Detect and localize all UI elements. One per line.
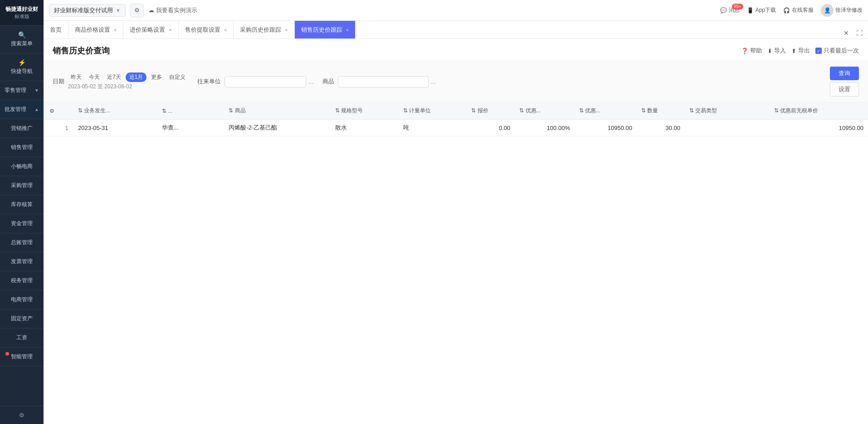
search-icon: 🔍 <box>18 31 26 39</box>
tab-close-icon[interactable]: × <box>224 27 227 33</box>
tab-sales-history[interactable]: 销售历史价跟踪 × <box>295 21 356 39</box>
avatar: 👤 <box>821 4 834 17</box>
export-icon: ⬆ <box>791 48 796 54</box>
support-button[interactable]: 🎧 在线客服 <box>783 6 814 14</box>
sidebar-item-ecommerce-small[interactable]: 小畅电商 <box>0 157 44 176</box>
th-unit[interactable]: ⇅ 计量单位 <box>399 102 467 120</box>
date-range-display: 2023-05-02 至 2023-06-02 <box>68 83 188 91</box>
th-trade-type[interactable]: ⇅ 交易类型 <box>685 102 753 120</box>
query-button[interactable]: 查询 <box>830 67 859 80</box>
th-settings[interactable]: ⚙ <box>44 102 60 120</box>
product-input[interactable] <box>338 76 429 87</box>
support-label: 在线客服 <box>792 6 814 14</box>
message-button[interactable]: 💬 消息 99+ <box>720 6 740 14</box>
sidebar-item-label: 电商管理 <box>11 296 33 304</box>
demo-link[interactable]: ☁ 我要看实例演示 <box>148 6 197 14</box>
th-extra[interactable]: ⇅ ... <box>157 102 224 120</box>
table-row: 1 2023-05-31 华查... 丙烯酸-2-乙基己酯 散水 吨 0.00 … <box>44 120 868 136</box>
td-settings <box>44 120 60 136</box>
sidebar-item-finance[interactable]: 资金管理 <box>0 214 44 233</box>
chevron-down-icon: ▼ <box>116 8 121 13</box>
th-discount1[interactable]: ⇅ 优惠... <box>515 102 575 120</box>
close-window-button[interactable]: ✕ <box>842 28 851 39</box>
page-content: 销售历史价查询 ❓ 帮助 ⬇ 导入 ⬆ 导出 <box>44 39 868 424</box>
th-quantity[interactable]: ⇅ 数量 <box>637 102 685 120</box>
th-discount2[interactable]: ⇅ 优惠... <box>575 102 637 120</box>
th-price[interactable]: ⇅ 报价 <box>467 102 515 120</box>
tab-label: 首页 <box>50 26 62 34</box>
th-date[interactable]: ⇅ 业务发生... <box>73 102 157 120</box>
sidebar-item-inventory[interactable]: 库存核算 <box>0 195 44 214</box>
page-header: 销售历史价查询 ❓ 帮助 ⬇ 导入 ⬆ 导出 <box>44 39 868 61</box>
sidebar-item-tax[interactable]: 税务管理 <box>0 271 44 290</box>
table-body: 1 2023-05-31 华查... 丙烯酸-2-乙基己酯 散水 吨 0.00 … <box>44 120 868 136</box>
sidebar-item-label: 快捷导航 <box>11 67 33 75</box>
td-unit: 吨 <box>399 120 467 136</box>
app-selector[interactable]: 好业财标准版交付试用 ▼ <box>49 4 126 17</box>
date-filter-label: 日期 <box>53 77 64 86</box>
th-discount1-sort-icon: ⇅ <box>519 107 524 114</box>
tab-purchase-history[interactable]: 采购历史价跟踪 × <box>234 21 294 39</box>
sidebar-item-salary[interactable]: 工资 <box>0 328 44 347</box>
demo-label: 我要看实例演示 <box>156 6 197 14</box>
tab-close-icon[interactable]: × <box>169 27 171 33</box>
app-download-icon: 📱 <box>747 7 754 14</box>
source-unit-input[interactable] <box>224 76 306 87</box>
settings-icon: ⚙ <box>134 7 140 14</box>
date-btn-yesterday[interactable]: 昨天 <box>68 72 84 82</box>
date-btn-last7[interactable]: 近7天 <box>104 72 124 82</box>
sidebar-item-label: 小畅电商 <box>11 163 33 170</box>
th-spec[interactable]: ⇅ 规格型号 <box>331 102 399 120</box>
date-btn-today[interactable]: 今天 <box>86 72 102 82</box>
tab-home[interactable]: 首页 <box>44 21 68 39</box>
tab-pricing-strategy[interactable]: 进价策略设置 × <box>123 21 178 39</box>
tab-product-price[interactable]: 商品价格设置 × <box>68 21 123 39</box>
topbar: 好业财标准版交付试用 ▼ ⚙ ☁ 我要看实例演示 💬 消息 99+ 📱 App下… <box>44 0 868 21</box>
source-unit-label: 往来单位 <box>197 77 221 86</box>
app-download-button[interactable]: 📱 App下载 <box>747 6 776 14</box>
sidebar-item-search[interactable]: 🔍 搜索菜单 <box>0 26 44 53</box>
sidebar-item-label: 资金管理 <box>11 220 33 227</box>
sidebar-item-purchase[interactable]: 采购管理 <box>0 176 44 195</box>
gear-icon: ⚙ <box>19 412 24 419</box>
chevron-down-icon: ▼ <box>34 88 39 93</box>
sidebar-item-assets[interactable]: 固定资产 <box>0 309 44 328</box>
only-last-label: 只看最后一次 <box>824 47 859 55</box>
td-product: 丙烯酸-2-乙基己酯 <box>224 120 330 136</box>
tab-close-icon[interactable]: × <box>114 27 117 33</box>
user-menu[interactable]: 👤 徐泽华修改 <box>821 4 863 17</box>
tab-sale-price[interactable]: 售价提取设置 × <box>179 21 234 39</box>
topbar-settings-button[interactable]: ⚙ <box>130 4 144 17</box>
help-button[interactable]: ❓ 帮助 <box>741 47 762 55</box>
sidebar-item-marketing[interactable]: 营销推广 <box>0 119 44 138</box>
sidebar-item-invoice[interactable]: 发票管理 <box>0 252 44 271</box>
th-date-label: 业务发生... <box>84 107 110 114</box>
sidebar-item-ecommerce[interactable]: 电商管理 <box>0 290 44 309</box>
tab-close-icon[interactable]: × <box>346 27 349 33</box>
th-product[interactable]: ⇅ 商品 <box>224 102 330 120</box>
only-last-checkbox[interactable]: 只看最后一次 <box>815 47 859 55</box>
sidebar-item-label: 销售管理 <box>11 144 33 151</box>
sidebar-item-retail[interactable]: 零售管理 ▼ <box>0 81 44 100</box>
data-table-container: ⚙ ⇅ 业务发生... ⇅ ... ⇅ <box>44 102 868 136</box>
sidebar-item-label: 发票管理 <box>11 258 33 265</box>
filter-right-actions: 查询 设置 <box>830 67 859 96</box>
date-btn-last1month[interactable]: 近1月 <box>126 72 147 82</box>
sidebar-item-general-ledger[interactable]: 总账管理 <box>0 233 44 252</box>
source-unit-ellipsis-button[interactable]: ... <box>308 78 313 85</box>
import-button[interactable]: ⬇ 导入 <box>767 47 786 55</box>
th-pretax-price[interactable]: ⇅ 优惠前无税单价 <box>770 102 868 120</box>
sidebar-settings-gear[interactable]: ⚙ <box>0 406 44 424</box>
date-btn-more[interactable]: 更多 <box>148 72 165 82</box>
sidebar-item-sales[interactable]: 销售管理 <box>0 138 44 157</box>
sidebar-item-quicknav[interactable]: ⚡ 快捷导航 <box>0 53 44 81</box>
sidebar-item-smart[interactable]: 智能管理 <box>0 347 44 366</box>
filter-settings-button[interactable]: 设置 <box>830 82 859 96</box>
tab-close-icon[interactable]: × <box>285 27 288 33</box>
sidebar-item-label: 智能管理 <box>11 353 33 361</box>
sidebar-item-wholesale[interactable]: 批发管理 ▲ <box>0 100 44 119</box>
date-btn-custom[interactable]: 自定义 <box>166 72 188 82</box>
product-ellipsis-button[interactable]: ... <box>430 78 436 85</box>
export-button[interactable]: ⬆ 导出 <box>791 47 810 55</box>
maximize-window-button[interactable]: ⛶ <box>854 28 864 39</box>
